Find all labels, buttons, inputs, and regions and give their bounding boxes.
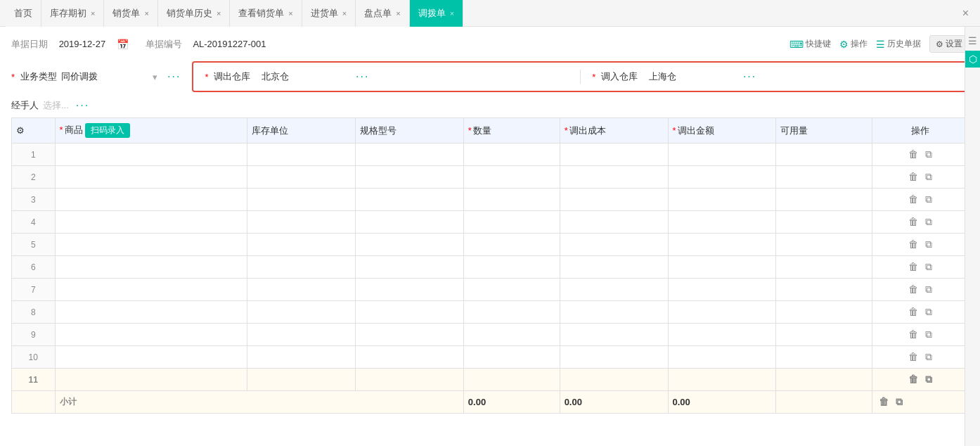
tab-stocktake[interactable]: 盘点单 × bbox=[356, 0, 409, 27]
cell-spec-4[interactable] bbox=[355, 211, 463, 234]
delete-icon-8[interactable]: 🗑 bbox=[908, 306, 918, 317]
copy-icon-8[interactable]: ⧉ bbox=[925, 306, 932, 317]
copy-icon-11[interactable]: ⧉ bbox=[925, 374, 932, 385]
cell-cost-1[interactable] bbox=[560, 144, 668, 166]
cell-qty-1[interactable] bbox=[463, 144, 560, 166]
cell-available-3[interactable] bbox=[776, 189, 872, 211]
delete-icon-10[interactable]: 🗑 bbox=[908, 351, 918, 362]
transfer-out-more[interactable]: ··· bbox=[356, 70, 369, 83]
cell-goods-9[interactable] bbox=[55, 324, 247, 346]
subtotal-delete-icon[interactable]: 🗑 bbox=[879, 396, 889, 407]
cell-qty-11[interactable] bbox=[463, 369, 560, 391]
cell-goods-7[interactable] bbox=[55, 279, 247, 301]
copy-icon-3[interactable]: ⧉ bbox=[925, 193, 932, 205]
cell-amount-7[interactable] bbox=[668, 279, 776, 301]
cell-cost-7[interactable] bbox=[560, 279, 668, 301]
delete-icon-5[interactable]: 🗑 bbox=[908, 238, 918, 250]
cell-cost-10[interactable] bbox=[560, 346, 668, 369]
cell-amount-1[interactable] bbox=[668, 144, 776, 166]
shortcut-btn[interactable]: ⌨ 快捷键 bbox=[789, 38, 831, 50]
copy-icon-1[interactable]: ⧉ bbox=[925, 148, 932, 160]
cell-cost-9[interactable] bbox=[560, 324, 668, 346]
copy-icon-2[interactable]: ⧉ bbox=[925, 171, 932, 182]
tab-sales-history[interactable]: 销货单历史 × bbox=[158, 0, 230, 27]
transfer-in-more[interactable]: ··· bbox=[743, 70, 756, 83]
cell-amount-4[interactable] bbox=[668, 211, 776, 234]
tab-close-sales-order[interactable]: × bbox=[144, 9, 148, 18]
delete-icon-6[interactable]: 🗑 bbox=[908, 261, 918, 272]
copy-icon-9[interactable]: ⧉ bbox=[925, 329, 932, 340]
sidebar-expand-icon[interactable]: ⬡ bbox=[965, 51, 980, 68]
cell-goods-10[interactable] bbox=[55, 346, 247, 369]
cell-unit-8[interactable] bbox=[247, 301, 356, 324]
cell-spec-10[interactable] bbox=[355, 346, 463, 369]
cell-unit-3[interactable] bbox=[247, 189, 356, 211]
cell-unit-7[interactable] bbox=[247, 279, 356, 301]
close-all-tabs[interactable]: × bbox=[957, 7, 974, 20]
cell-goods-3[interactable] bbox=[55, 189, 247, 211]
cell-unit-4[interactable] bbox=[247, 211, 356, 234]
cell-qty-4[interactable] bbox=[463, 211, 560, 234]
cell-qty-2[interactable] bbox=[463, 166, 560, 189]
copy-icon-6[interactable]: ⧉ bbox=[925, 261, 932, 272]
cell-amount-6[interactable] bbox=[668, 256, 776, 279]
tab-close-inventory-init[interactable]: × bbox=[91, 9, 95, 18]
cell-available-7[interactable] bbox=[776, 279, 872, 301]
cell-cost-2[interactable] bbox=[560, 166, 668, 189]
cell-amount-8[interactable] bbox=[668, 301, 776, 324]
cell-qty-8[interactable] bbox=[463, 301, 560, 324]
cell-spec-11[interactable] bbox=[355, 369, 463, 391]
cell-goods-1[interactable] bbox=[55, 144, 247, 166]
tab-home[interactable]: 首页 bbox=[6, 0, 41, 27]
business-type-more[interactable]: ··· bbox=[167, 70, 181, 83]
cell-qty-6[interactable] bbox=[463, 256, 560, 279]
cell-spec-8[interactable] bbox=[355, 301, 463, 324]
cell-goods-5[interactable] bbox=[55, 234, 247, 256]
cell-cost-4[interactable] bbox=[560, 211, 668, 234]
transfer-in-value[interactable]: 上海仓 bbox=[649, 70, 733, 83]
delete-icon-2[interactable]: 🗑 bbox=[908, 171, 918, 182]
handler-more[interactable]: ··· bbox=[76, 99, 89, 112]
cell-available-11[interactable] bbox=[776, 369, 872, 391]
settings-button[interactable]: ⚙ 设置 bbox=[929, 35, 969, 53]
tab-sales-order[interactable]: 销货单 × bbox=[104, 0, 157, 27]
handler-select[interactable]: 选择... bbox=[43, 99, 69, 112]
tab-close-sales-history[interactable]: × bbox=[217, 9, 221, 18]
cell-qty-10[interactable] bbox=[463, 346, 560, 369]
cell-amount-10[interactable] bbox=[668, 346, 776, 369]
cell-available-1[interactable] bbox=[776, 144, 872, 166]
cell-qty-9[interactable] bbox=[463, 324, 560, 346]
cell-unit-2[interactable] bbox=[247, 166, 356, 189]
cell-unit-1[interactable] bbox=[247, 144, 356, 166]
tab-close-transfer[interactable]: × bbox=[450, 9, 454, 18]
cell-amount-3[interactable] bbox=[668, 189, 776, 211]
cell-cost-8[interactable] bbox=[560, 301, 668, 324]
business-type-dropdown[interactable]: ▾ bbox=[153, 72, 157, 82]
cell-goods-2[interactable] bbox=[55, 166, 247, 189]
sidebar-doc-icon[interactable]: ☰ bbox=[968, 32, 977, 49]
calendar-icon[interactable]: 📅 bbox=[117, 39, 129, 50]
cell-unit-11[interactable] bbox=[247, 369, 356, 391]
delete-icon-4[interactable]: 🗑 bbox=[908, 216, 918, 227]
delete-icon-7[interactable]: 🗑 bbox=[908, 283, 918, 295]
tab-close-stocktake[interactable]: × bbox=[396, 9, 400, 18]
cell-amount-11[interactable] bbox=[668, 369, 776, 391]
delete-icon-1[interactable]: 🗑 bbox=[908, 148, 918, 160]
tab-close-view-sales[interactable]: × bbox=[288, 9, 292, 18]
transfer-out-value[interactable]: 北京仓 bbox=[262, 70, 346, 83]
cell-amount-5[interactable] bbox=[668, 234, 776, 256]
cell-goods-8[interactable] bbox=[55, 301, 247, 324]
cell-cost-3[interactable] bbox=[560, 189, 668, 211]
copy-icon-7[interactable]: ⧉ bbox=[925, 283, 932, 295]
cell-qty-7[interactable] bbox=[463, 279, 560, 301]
cell-available-10[interactable] bbox=[776, 346, 872, 369]
cell-unit-6[interactable] bbox=[247, 256, 356, 279]
scan-entry-btn[interactable]: 扫码录入 bbox=[85, 123, 130, 138]
cell-available-5[interactable] bbox=[776, 234, 872, 256]
cell-available-6[interactable] bbox=[776, 256, 872, 279]
history-btn[interactable]: ☰ 历史单据 bbox=[876, 38, 921, 50]
cell-available-2[interactable] bbox=[776, 166, 872, 189]
cell-amount-2[interactable] bbox=[668, 166, 776, 189]
business-type-value[interactable]: 同价调拨 bbox=[61, 70, 146, 83]
cell-spec-6[interactable] bbox=[355, 256, 463, 279]
